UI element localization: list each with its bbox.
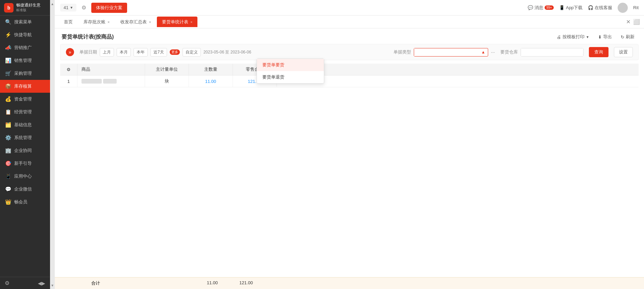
doc-type-input-wrap: ▲ bbox=[414, 48, 488, 57]
sidebar-item-enterprise[interactable]: 🏢企业协同 bbox=[0, 144, 50, 157]
filter-bar: » 单据日期 上月 本月 本年 近7天 更多 自定义 2023-05-06 至 … bbox=[60, 44, 639, 60]
maximize-btn[interactable]: ⬜ bbox=[633, 19, 640, 25]
query-btn[interactable]: 查询 bbox=[589, 47, 609, 57]
col-extra bbox=[277, 64, 639, 75]
online-service-label: 在线客服 bbox=[595, 5, 612, 11]
doc-type-chevron-icon[interactable]: ▲ bbox=[478, 48, 488, 56]
breadcrumb-selector[interactable]: 41 ▼ bbox=[60, 4, 76, 12]
online-service-btn[interactable]: 🎧 在线客服 bbox=[588, 5, 612, 11]
topbar: 41 ▼ ⚙ 体验行业方案 💬 消息 99+ 📱 App下载 🎧 在线客服 Ri… bbox=[55, 0, 644, 16]
table-header-row: ⚙ 商品 主计量单位 主数量 零售金额 bbox=[60, 64, 639, 75]
dropdown-item-0[interactable]: 要货单要货 bbox=[257, 59, 324, 71]
doc-type-label: 单据类型 bbox=[393, 49, 411, 55]
col-unit: 主计量单位 bbox=[145, 64, 189, 75]
sidebar-item-beginner[interactable]: 🎯新手引导 bbox=[0, 157, 50, 170]
sidebar-label-app-center: 应用中心 bbox=[14, 173, 32, 179]
more-date-badge[interactable]: 更多 bbox=[170, 49, 180, 55]
sidebar-label-search: 搜索菜单 bbox=[14, 19, 32, 25]
sidebar-icon-finance: 💰 bbox=[5, 96, 11, 102]
date-label: 单据日期 bbox=[79, 49, 97, 55]
row-quantity: 11.00 bbox=[189, 75, 233, 87]
scroll-down-btn[interactable]: ▼ bbox=[50, 282, 55, 289]
sidebar-icon-wechat: 💬 bbox=[5, 186, 11, 192]
date-btn-this-month[interactable]: 本月 bbox=[117, 48, 131, 57]
tab-close-btn[interactable]: × bbox=[190, 20, 192, 24]
sidebar-label-enterprise: 企业协同 bbox=[14, 148, 32, 154]
sidebar-label-wechat: 企业微信 bbox=[14, 186, 32, 192]
dropdown-item-1[interactable]: 要货单退货 bbox=[257, 71, 324, 83]
main-area: 41 ▼ ⚙ 体验行业方案 💬 消息 99+ 📱 App下载 🎧 在线客服 Ri… bbox=[55, 0, 644, 289]
sidebar-label-sales: 销售管理 bbox=[14, 58, 32, 64]
sidebar-icon-purchase: 🛒 bbox=[5, 70, 11, 76]
sidebar-item-inventory[interactable]: 📦库存核算 bbox=[0, 80, 50, 93]
print-template-btn[interactable]: 🖨 按模板打印 ▼ bbox=[554, 32, 592, 41]
sidebar-icon-quick-nav: ⚡ bbox=[5, 32, 11, 38]
user-avatar[interactable] bbox=[618, 3, 628, 13]
sidebar-item-purchase[interactable]: 🛒采购管理 bbox=[0, 67, 50, 80]
row-index: 1 bbox=[60, 75, 77, 87]
sidebar-label-basic-info: 基础信息 bbox=[14, 122, 32, 128]
sidebar-icon-vip: 👑 bbox=[5, 199, 11, 205]
sidebar-icon-basic-info: 🗂️ bbox=[5, 122, 11, 128]
tab-close-btn[interactable]: × bbox=[149, 20, 151, 24]
sidebar-label-finance: 资金管理 bbox=[14, 96, 32, 102]
date-btn-last7[interactable]: 近7天 bbox=[150, 48, 167, 57]
sidebar-item-system[interactable]: ⚙️系统管理 bbox=[0, 131, 50, 144]
row-product bbox=[77, 75, 145, 87]
date-btn-last-month[interactable]: 上月 bbox=[100, 48, 114, 57]
doc-type-group: 单据类型 ▲ ··· bbox=[393, 48, 495, 57]
sidebar-item-basic-info[interactable]: 🗂️基础信息 bbox=[0, 118, 50, 131]
sidebar-item-search[interactable]: 🔍搜索菜单 bbox=[0, 16, 50, 28]
refresh-btn[interactable]: ↻ 刷新 bbox=[618, 32, 637, 41]
app-name: 畅捷通好生意 bbox=[16, 3, 41, 8]
sidebar-item-sales[interactable]: 📊销售管理 bbox=[0, 54, 50, 67]
sidebar-item-marketing[interactable]: 📣营销推广 bbox=[0, 41, 50, 54]
tab-label: 收发存汇总表 bbox=[120, 19, 147, 25]
doc-type-input[interactable] bbox=[414, 48, 478, 56]
sidebar-collapse-icon[interactable]: ◀▶ bbox=[38, 281, 45, 286]
export-btn[interactable]: ⬇ 导出 bbox=[595, 32, 615, 41]
filter-settings-btn[interactable]: 设置 bbox=[614, 47, 633, 57]
sidebar-label-operations: 经营管理 bbox=[14, 109, 32, 115]
topbar-gear-btn[interactable]: ⚙ bbox=[79, 3, 89, 13]
tab-label: 首页 bbox=[64, 19, 73, 25]
date-btn-this-year[interactable]: 本年 bbox=[134, 48, 148, 57]
tab-close-btn[interactable]: × bbox=[108, 20, 110, 24]
app-download-btn[interactable]: 📱 App下载 bbox=[559, 5, 582, 11]
col-settings[interactable]: ⚙ bbox=[60, 64, 77, 75]
footer-label: 合计 bbox=[87, 280, 155, 286]
sidebar-icon-operations: 📋 bbox=[5, 109, 11, 115]
sidebar-settings-icon[interactable]: ⚙ bbox=[5, 280, 9, 286]
data-table-wrap: ⚙ 商品 主计量单位 主数量 零售金额 1 bbox=[60, 64, 639, 277]
warehouse-input[interactable] bbox=[521, 48, 583, 56]
sidebar-item-vip[interactable]: 👑畅会员 bbox=[0, 196, 50, 208]
sidebar-item-wechat[interactable]: 💬企业微信 bbox=[0, 183, 50, 196]
tab-库存批次账[interactable]: 库存批次账× bbox=[78, 17, 115, 27]
trial-industry-btn[interactable]: 体验行业方案 bbox=[91, 3, 127, 13]
filter-expand-btn[interactable]: » bbox=[66, 48, 74, 56]
sidebar-label-system: 系统管理 bbox=[14, 135, 32, 141]
tab-首页[interactable]: 首页 bbox=[59, 17, 78, 27]
sidebar-label-vip: 畅会员 bbox=[14, 199, 27, 205]
footer-quantity: 11.00 bbox=[195, 280, 229, 286]
doc-type-more-icon[interactable]: ··· bbox=[491, 49, 495, 55]
sidebar-label-inventory: 库存核算 bbox=[14, 83, 32, 89]
notification-btn[interactable]: 💬 消息 99+ bbox=[528, 5, 554, 11]
sidebar-item-quick-nav[interactable]: ⚡快捷导航 bbox=[0, 28, 50, 41]
date-range-text: 2023-05-06 至 2023-06-06 bbox=[204, 49, 251, 55]
close-all-tabs-btn[interactable]: ✕ bbox=[626, 19, 630, 25]
tab-收发存汇总表[interactable]: 收发存汇总表× bbox=[115, 17, 156, 27]
sidebar-label-marketing: 营销推广 bbox=[14, 45, 32, 51]
custom-date-btn[interactable]: 自定义 bbox=[183, 48, 201, 57]
data-table: ⚙ 商品 主计量单位 主数量 零售金额 1 bbox=[60, 64, 639, 87]
table-footer: 合计 11.00 121.00 bbox=[55, 277, 644, 289]
user-name[interactable]: Rit bbox=[633, 5, 639, 10]
scroll-up-btn[interactable]: ▲ bbox=[50, 0, 55, 7]
page-title: 要货单统计表(按商品) bbox=[62, 34, 114, 41]
sidebar-icon-beginner: 🎯 bbox=[5, 160, 11, 166]
tab-要货单统计表[interactable]: 要货单统计表× bbox=[157, 17, 197, 27]
sidebar-item-finance[interactable]: 💰资金管理 bbox=[0, 93, 50, 106]
sidebar-item-app-center[interactable]: 📱应用中心 bbox=[0, 170, 50, 183]
sidebar-icon-inventory: 📦 bbox=[5, 83, 11, 89]
sidebar-item-operations[interactable]: 📋经营管理 bbox=[0, 106, 50, 118]
